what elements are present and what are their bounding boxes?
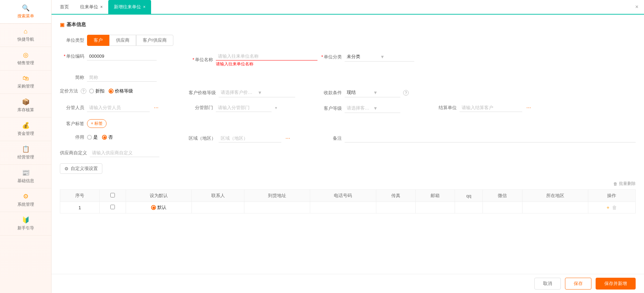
table-header-row: 序号 设为默认 联系人 到货地址 电话号码 传真 邮箱 qq 微信 所在地区 操… [60, 190, 636, 202]
pricing-help-icon[interactable]: ? [81, 88, 86, 94]
customer-price-label: 客户价格等级 [189, 90, 216, 96]
radio-price-label: 价格等级 [115, 88, 133, 94]
unit-category-group: *单位分类 未分类 ▼ [317, 52, 439, 62]
sidebar-item-label: 系统管理 [17, 202, 34, 207]
cell-fax[interactable] [376, 202, 415, 213]
manager-ellipsis[interactable]: ··· [152, 105, 160, 111]
basic-icon: 📰 [22, 169, 30, 177]
unit-btn-customer[interactable]: 客户 [87, 35, 109, 46]
tab-home[interactable]: 首页 [54, 0, 74, 14]
region-group: 区域（地区） ··· [189, 134, 317, 143]
unit-code-input[interactable] [87, 52, 157, 60]
cell-phone[interactable] [310, 202, 376, 213]
cell-email[interactable] [415, 202, 455, 213]
customer-price-placeholder: 请选择客户价格等级 [221, 89, 256, 96]
unit-type-label: 单位类型 [60, 37, 84, 43]
radio-no[interactable]: 否 [102, 134, 113, 140]
tab-new-transaction[interactable]: 新增往来单位 × [108, 0, 151, 14]
radio-discount[interactable]: 折扣 [89, 88, 104, 94]
radio-price-level[interactable]: 价格等级 [109, 88, 133, 94]
add-row-button[interactable]: + [606, 204, 610, 211]
cancel-button[interactable]: 取消 [534, 278, 561, 290]
sidebar-item-finance[interactable]: 💰 资金管理 [0, 117, 51, 141]
tab-transaction[interactable]: 往来单位 × [74, 0, 108, 14]
sidebar-search[interactable]: 🔍 搜索菜单 [0, 0, 51, 24]
cell-contact[interactable] [192, 202, 244, 213]
settlement-ellipsis[interactable]: ··· [525, 105, 532, 111]
batch-delete-button[interactable]: 🗑 批量删除 [613, 181, 636, 187]
sidebar-item-label: 库存核算 [17, 107, 34, 113]
region-ellipsis[interactable]: ··· [284, 135, 291, 141]
pricing-method-group: 定价方法 ? 折扣 价格等级 [60, 88, 189, 94]
tab-new-close[interactable]: × [143, 5, 146, 9]
manager-row: 分管人员 ··· 分管部门 ▼ 客户等级 请选择客户等级 ▼ 结算单位 ··· [60, 104, 636, 113]
cell-wechat[interactable] [483, 202, 522, 213]
sidebar-search-label: 搜索菜单 [17, 13, 34, 19]
cell-checkbox [100, 202, 126, 213]
close-all-button[interactable]: × [633, 2, 641, 11]
settlement-label: 结算单位 [432, 105, 457, 111]
sidebar-item-system[interactable]: ⚙ 系统管理 [0, 188, 51, 212]
col-phone: 电话号码 [310, 190, 376, 202]
sidebar-item-purchase[interactable]: 🛍 采购管理 [0, 71, 51, 94]
sidebar-item-quicknav[interactable]: ⌂ 快捷导航 [0, 24, 51, 47]
customer-price-group: 客户价格等级 请选择客户价格等级 ▼ [189, 88, 317, 97]
manager-label: 分管人员 [60, 105, 84, 111]
sidebar-item-label: 快捷导航 [17, 36, 34, 42]
gear-icon: ⚙ [64, 166, 69, 171]
main-area: 首页 往来单位 × 新增往来单位 × × ▣ 基本信息 单位类型 客户 供应商 [52, 0, 644, 293]
save-new-button[interactable]: 保存并新增 [596, 278, 636, 290]
payment-help-icon[interactable]: ? [403, 90, 409, 96]
disabled-label: 停用 [60, 134, 84, 140]
tags-row: 客户标签 + 标签 [60, 119, 636, 128]
custom-settings-button[interactable]: ⚙ 自定义项设置 [60, 163, 102, 174]
select-all-checkbox[interactable] [110, 193, 115, 197]
region-input[interactable] [219, 134, 281, 143]
settlement-input[interactable] [460, 104, 522, 112]
col-wechat: 微信 [483, 190, 522, 202]
supplier-custom-input[interactable] [90, 149, 159, 157]
delete-row-button[interactable]: 🗑 [611, 204, 618, 211]
add-tag-button[interactable]: + 标签 [87, 119, 107, 128]
sidebar-item-basic[interactable]: 📰 基础信息 [0, 165, 51, 188]
sidebar-item-operations[interactable]: 📋 经营管理 [0, 141, 51, 165]
no-circle [102, 135, 107, 140]
system-icon: ⚙ [23, 193, 29, 200]
customer-level-select[interactable]: 请选择客户等级 ▼ [345, 104, 400, 113]
region-label: 区域（地区） [189, 135, 216, 141]
cell-address[interactable] [244, 202, 310, 213]
unit-btn-both[interactable]: 客户/供应商 [136, 35, 173, 46]
remark-label: 备注 [317, 135, 342, 141]
manager-input[interactable] [87, 104, 150, 112]
radio-yes[interactable]: 是 [87, 134, 98, 140]
save-button[interactable]: 保存 [565, 278, 591, 290]
cell-qq[interactable] [455, 202, 483, 213]
unit-name-wrapper: 请输入往来单位名称 [216, 52, 317, 67]
unit-btn-supplier[interactable]: 供应商 [109, 35, 136, 46]
col-contact: 联系人 [192, 190, 244, 202]
short-name-input[interactable] [87, 73, 157, 82]
customer-price-select[interactable]: 请选择客户价格等级 ▼ [219, 88, 295, 97]
cell-location[interactable] [522, 202, 588, 213]
row-checkbox[interactable] [110, 205, 115, 209]
col-checkbox [100, 190, 126, 202]
unit-type-group: 单位类型 客户 供应商 客户/供应商 [60, 35, 636, 46]
dept-input[interactable] [216, 104, 272, 112]
default-radio[interactable]: 默认 [128, 204, 189, 211]
disabled-row: 停用 是 否 区域（地区） ··· [60, 134, 636, 143]
cell-seq: 1 [60, 202, 100, 213]
sidebar-item-guide[interactable]: 🔰 新手引导 [0, 212, 51, 236]
unit-category-select[interactable]: 未分类 ▼ [345, 52, 414, 62]
sidebar-item-label: 资金管理 [17, 131, 34, 137]
contacts-table: 序号 设为默认 联系人 到货地址 电话号码 传真 邮箱 qq 微信 所在地区 操… [60, 189, 636, 213]
sidebar-item-inventory[interactable]: 📦 库存核算 [0, 94, 51, 117]
sidebar-item-sales[interactable]: ◎ 销售管理 [0, 47, 51, 71]
remark-input[interactable] [345, 134, 636, 143]
level-arrow: ▼ [373, 106, 398, 111]
payment-terms-select[interactable]: 现结 ▼ [345, 88, 400, 97]
tab-transaction-close[interactable]: × [100, 5, 103, 9]
unit-name-label: *单位名称 [189, 57, 213, 63]
unit-name-input[interactable] [216, 52, 317, 60]
custom-settings-label: 自定义项设置 [71, 165, 98, 172]
unit-info-row: *单位编码 *单位名称 请输入往来单位名称 *单位分类 未分类 ▼ [60, 52, 636, 67]
